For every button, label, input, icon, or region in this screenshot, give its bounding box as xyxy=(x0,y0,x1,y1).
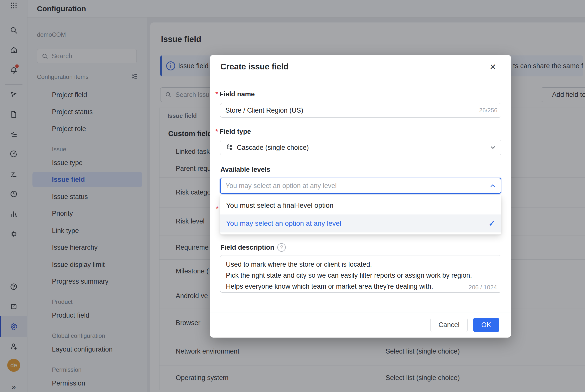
field-type-label: * Field type xyxy=(215,128,251,136)
available-levels-select[interactable]: You may select an option at any level xyxy=(220,178,501,194)
available-levels-label: Available levels xyxy=(220,166,270,174)
field-type-value: Cascade (single choice) xyxy=(237,144,309,152)
modal-title: Create issue field xyxy=(220,62,289,72)
ok-button[interactable]: OK xyxy=(473,318,499,332)
field-description-textarea[interactable] xyxy=(220,258,480,291)
chevron-down-icon xyxy=(489,144,496,151)
required-asterisk: * xyxy=(215,128,218,136)
description-counter: 206 / 1024 xyxy=(469,284,497,291)
available-levels-dropdown: You must select a final-level optionYou … xyxy=(220,195,501,234)
required-asterisk: * xyxy=(215,90,218,98)
help-circle-icon[interactable]: ? xyxy=(277,243,286,252)
screen: de » Configuration demoCOM Configuration… xyxy=(0,0,585,392)
field-description-area: 206 / 1024 xyxy=(220,255,501,293)
available-levels-value: You may select an option at any level xyxy=(226,182,337,190)
field-name-input[interactable] xyxy=(220,103,470,117)
modal-footer-divider xyxy=(210,312,511,313)
hidden-required-asterisk: * xyxy=(216,205,219,213)
cancel-button[interactable]: Cancel xyxy=(430,318,468,332)
close-icon[interactable]: ✕ xyxy=(487,61,499,73)
create-issue-field-modal: Create issue field ✕ * Field name 26/256… xyxy=(210,55,511,338)
dropdown-option-label: You must select a final-level option xyxy=(226,202,333,210)
field-type-select[interactable]: Cascade (single choice) xyxy=(220,140,501,155)
chevron-up-icon xyxy=(489,182,496,189)
field-name-label: * Field name xyxy=(215,90,255,98)
field-name-counter: 26/256 xyxy=(479,107,497,114)
field-name-input-wrap: 26/256 xyxy=(220,103,501,118)
dropdown-option[interactable]: You must select a final-level option xyxy=(220,196,501,214)
dropdown-option[interactable]: You may select an option at any level✓ xyxy=(220,214,501,232)
cascade-icon xyxy=(225,144,233,152)
check-icon: ✓ xyxy=(488,219,495,228)
field-description-label: Field description ? xyxy=(220,243,286,252)
dropdown-option-label: You may select an option at any level xyxy=(226,220,341,228)
modal-header-divider xyxy=(210,78,511,78)
